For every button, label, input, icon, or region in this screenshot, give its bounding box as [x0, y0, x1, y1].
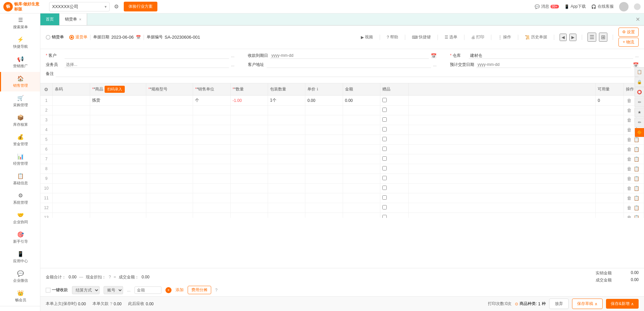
- warehouse-input[interactable]: [469, 52, 633, 59]
- delete-row-btn[interactable]: 🗑: [626, 98, 633, 103]
- sidebar-item-inventory[interactable]: 📦 库存核算: [0, 111, 40, 130]
- nav-next-btn[interactable]: ▶: [569, 34, 576, 41]
- float-btn-7[interactable]: 🔶: [635, 128, 644, 137]
- calendar-icon[interactable]: 📅: [136, 35, 141, 40]
- grid-view-btn[interactable]: ⊞: [599, 33, 607, 42]
- copy-row-btn[interactable]: 📋: [633, 166, 640, 171]
- message-btn[interactable]: 💬 消息 99+: [535, 4, 559, 9]
- delete-row-btn[interactable]: 🗑: [626, 137, 633, 142]
- print-btn[interactable]: 🖨 打印: [470, 34, 486, 41]
- goods-type-checkbox-icon[interactable]: ⊙: [515, 302, 518, 306]
- copy-row-btn[interactable]: 📋: [633, 215, 640, 218]
- warehouse-dots[interactable]: ...: [635, 53, 639, 58]
- copy-row-btn[interactable]: 📋: [633, 176, 640, 181]
- app-download-btn[interactable]: 📱 App下载: [564, 4, 586, 9]
- scan-btn[interactable]: 扫码录入: [105, 86, 125, 93]
- gift-checkbox[interactable]: [382, 108, 387, 112]
- float-btn-4[interactable]: ✏: [635, 98, 644, 107]
- ops-btn[interactable]: ⋮ 操作: [497, 34, 513, 41]
- sidebar-item-quick-nav[interactable]: ⚡ 快捷导航: [0, 33, 40, 52]
- price-info-icon[interactable]: ℹ: [317, 87, 318, 91]
- list-view-btn[interactable]: ☰: [588, 33, 596, 42]
- copy-row-btn[interactable]: 📋: [633, 205, 640, 210]
- copy-row-btn[interactable]: 📋: [633, 147, 640, 152]
- table-scroll[interactable]: ⚙ 条码 **商品 扫码录入 **规格型号 **销售单位 **数量 包装数量: [40, 83, 644, 218]
- expected-delivery-input[interactable]: [476, 62, 631, 68]
- delete-row-btn[interactable]: 🗑: [626, 195, 633, 201]
- radio-return-order[interactable]: 退货单: [69, 34, 87, 40]
- gift-checkbox[interactable]: [382, 117, 387, 122]
- delete-row-btn[interactable]: 🗑: [626, 205, 633, 210]
- tab-close-icon[interactable]: ×: [79, 17, 81, 22]
- add-payment-btn[interactable]: +: [165, 287, 172, 293]
- gift-checkbox[interactable]: [382, 205, 387, 209]
- sidebar-item-enterprise[interactable]: 🤝 企业协同: [0, 208, 40, 228]
- help-btn[interactable]: ? 帮助: [385, 34, 400, 41]
- note-input[interactable]: [56, 71, 639, 77]
- payment-amount-input[interactable]: [135, 286, 161, 294]
- gift-checkbox[interactable]: [382, 98, 387, 102]
- float-btn-1[interactable]: 📋: [635, 67, 644, 77]
- delete-row-btn[interactable]: 🗑: [626, 156, 633, 162]
- sidebar-item-guide[interactable]: 🎯 新手引导: [0, 228, 40, 247]
- sidebar-item-finance[interactable]: 💰 资金管理: [0, 130, 40, 150]
- salesman-dots[interactable]: ...: [231, 63, 234, 67]
- td-product[interactable]: 拣货: [90, 95, 146, 106]
- gift-checkbox[interactable]: [382, 147, 387, 151]
- settings-icon-btn[interactable]: ⚙: [112, 2, 121, 11]
- expense-help-icon[interactable]: ?: [215, 288, 218, 293]
- sidebar-item-sales[interactable]: 🏠 销售管理: [0, 72, 40, 91]
- gift-checkbox[interactable]: [382, 195, 387, 200]
- gift-checkbox[interactable]: [382, 215, 387, 218]
- float-btn-6[interactable]: ✏: [635, 118, 644, 127]
- delete-row-btn[interactable]: 🗑: [626, 166, 633, 171]
- calendar-icon[interactable]: 📅: [431, 53, 437, 59]
- delete-row-btn[interactable]: 🗑: [626, 108, 633, 113]
- td-pack-qty[interactable]: 1个: [268, 95, 305, 106]
- expected-calendar-icon[interactable]: 📅: [633, 62, 639, 68]
- doc-number-value[interactable]: SA-20230606-001: [165, 35, 200, 40]
- expense-split-btn[interactable]: 费用分摊: [188, 286, 211, 294]
- td-barcode[interactable]: [52, 95, 90, 106]
- arrears-help-icon[interactable]: ?: [110, 302, 112, 306]
- gift-checkbox[interactable]: [382, 127, 387, 131]
- select-order-btn[interactable]: ☰ 选单: [443, 34, 459, 41]
- td-amount[interactable]: 0.00: [343, 95, 380, 106]
- copy-row-btn[interactable]: 📋: [633, 137, 640, 142]
- video-btn[interactable]: ▶ 视频: [359, 34, 374, 41]
- sidebar-item-basic[interactable]: 📋 基础信息: [0, 169, 40, 189]
- column-settings-btn[interactable]: ⚙: [44, 87, 48, 92]
- sidebar-item-members[interactable]: 👑 畅会员: [0, 286, 40, 306]
- bank-account-select[interactable]: 账号: [104, 286, 123, 294]
- date-value[interactable]: 2023-06-06: [111, 35, 134, 40]
- salesman-input[interactable]: [65, 62, 229, 68]
- save-new-btn[interactable]: 保存&新增 ∧: [606, 299, 639, 309]
- window-close-btn[interactable]: ✕: [632, 16, 644, 23]
- copy-row-btn[interactable]: 📋: [633, 195, 640, 201]
- sidebar-collapse-btn[interactable]: ◁◁: [25, 309, 34, 311]
- delete-row-btn[interactable]: 🗑: [626, 215, 633, 218]
- discard-btn[interactable]: 放弃: [549, 299, 569, 309]
- sidebar-item-wechat[interactable]: 💬 企业微信: [0, 267, 40, 286]
- float-btn-3[interactable]: ⭕: [635, 87, 644, 97]
- save-draft-btn[interactable]: 保存草稿 ∧: [572, 299, 603, 309]
- tab-home[interactable]: 首页: [40, 13, 60, 25]
- bank-account-dots[interactable]: ...: [127, 288, 130, 293]
- gift-checkbox[interactable]: [382, 156, 387, 161]
- customer-addr-input[interactable]: [267, 62, 431, 68]
- tab-sales-order[interactable]: 销货单 ×: [60, 13, 87, 25]
- logistics-button[interactable]: + 物流: [618, 38, 639, 47]
- float-btn-2[interactable]: 🔒: [635, 77, 644, 87]
- history-btn[interactable]: 📜 历史单据: [524, 34, 548, 41]
- gift-checkbox[interactable]: [382, 166, 387, 170]
- sidebar-item-search[interactable]: ☰ 搜索菜单: [0, 13, 40, 33]
- due-date-input[interactable]: [270, 52, 429, 59]
- sidebar-item-business[interactable]: 📊 经营管理: [0, 150, 40, 169]
- gift-checkbox[interactable]: [382, 176, 387, 180]
- sidebar-settings-btn[interactable]: ⚙: [8, 309, 17, 311]
- radio-sales-order[interactable]: 销货单: [46, 34, 64, 40]
- copy-row-btn[interactable]: 📋: [633, 156, 640, 162]
- float-btn-5[interactable]: ★: [635, 108, 644, 117]
- gift-checkbox[interactable]: [382, 137, 387, 141]
- td-spec[interactable]: [146, 95, 193, 106]
